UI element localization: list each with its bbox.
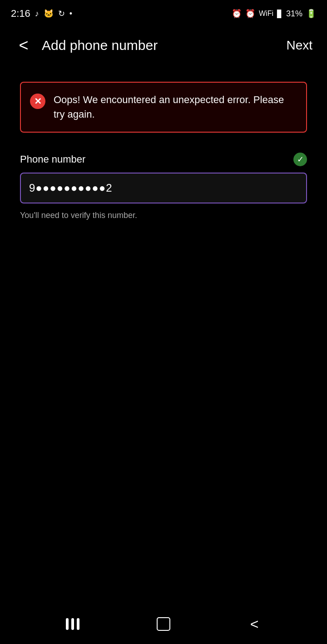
battery-icon: 🔋 [306, 9, 316, 19]
nav-bar: < [0, 604, 327, 644]
alarm-icon: ⏰ [232, 9, 242, 19]
nav-back-button[interactable]: < [241, 610, 268, 638]
time-display: 2:16 [11, 8, 30, 20]
battery-text: 31% [286, 9, 302, 19]
wifi-icon: WiFi [259, 10, 273, 18]
checkmark-icon: ✓ [297, 155, 304, 163]
menu-lines-icon [66, 618, 79, 630]
check-icon: ✓ [293, 153, 307, 166]
page-title: Add phone number [42, 38, 284, 53]
x-icon: ✕ [34, 97, 42, 106]
status-indicators: ⏰ ⏰ WiFi ▊ 31% 🔋 [232, 9, 316, 19]
nav-home-button[interactable] [150, 610, 177, 638]
app-bar: < Add phone number Next [0, 27, 327, 64]
main-content: ✕ Oops! We encountered an unexpected err… [0, 64, 327, 604]
phone-input[interactable] [29, 182, 298, 194]
home-square-icon [157, 617, 170, 631]
back-button[interactable]: < [13, 35, 35, 56]
back-chevron-icon: < [19, 36, 28, 55]
phone-label-row: Phone number ✓ [20, 153, 307, 166]
next-button[interactable]: Next [284, 35, 314, 56]
status-bar: 2:16 ♪ 🐱 ↻ • ⏰ ⏰ WiFi ▊ 31% 🔋 [0, 0, 327, 27]
cat-icon: 🐱 [44, 9, 54, 19]
next-label: Next [286, 38, 312, 52]
sync-icon: ↻ [58, 9, 65, 19]
error-banner: ✕ Oops! We encountered an unexpected err… [20, 82, 307, 133]
dot-icon: • [69, 9, 72, 19]
tiktok-icon: ♪ [35, 9, 39, 19]
nav-back-chevron-icon: < [250, 616, 259, 633]
error-message: Oops! We encountered an unexpected error… [54, 93, 297, 122]
alarm2-icon: ⏰ [245, 9, 255, 19]
phone-field-label: Phone number [20, 154, 85, 165]
phone-input-wrapper[interactable] [20, 173, 307, 203]
phone-hint: You'll need to verify this number. [20, 211, 307, 220]
signal-icon: ▊ [277, 10, 282, 18]
error-icon: ✕ [30, 94, 45, 109]
nav-menu-button[interactable] [59, 610, 86, 638]
status-time: 2:16 ♪ 🐱 ↻ • [11, 8, 72, 20]
